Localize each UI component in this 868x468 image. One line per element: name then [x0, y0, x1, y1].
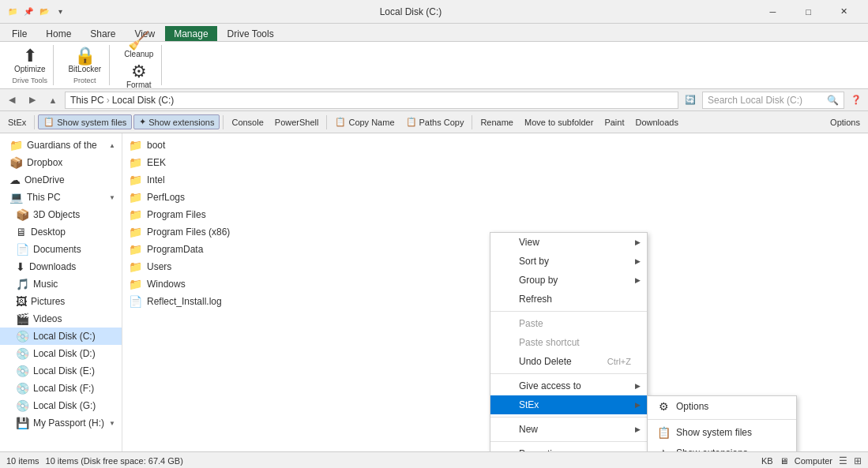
program-files-x86-icon: 📁	[129, 226, 142, 238]
ctx-new[interactable]: New	[490, 420, 647, 439]
window-controls: ─ □ ✕	[755, 0, 862, 24]
sidebar-item-3d-objects[interactable]: 📦 3D Objects	[0, 206, 122, 223]
ribbon-btn-bitlocker[interactable]: 🔒 BitLocker	[65, 46, 104, 75]
ribbon-btn-cleanup[interactable]: 🧹 Cleanup	[121, 31, 156, 60]
sep-3	[326, 115, 327, 129]
file-item-program-files[interactable]: 📁 Program Files	[122, 206, 868, 223]
crumb-this-pc[interactable]: This PC	[70, 95, 104, 106]
program-files-name: Program Files	[147, 209, 206, 220]
ctx-give-access[interactable]: Give access to	[490, 376, 647, 395]
ribbon-btn-optimize[interactable]: ⬆ Optimize	[11, 46, 48, 75]
quick-access-icon-3[interactable]: 📂	[38, 6, 51, 18]
file-item-eek[interactable]: 📁 EEK	[122, 154, 868, 171]
sidebar-item-local-d[interactable]: 💿 Local Disk (D:)	[0, 345, 122, 362]
toolbar-rename[interactable]: Rename	[475, 116, 518, 129]
toolbar-show-system-files[interactable]: 📋 Show system files	[38, 114, 132, 129]
my-passport-icon: 💾	[16, 417, 29, 429]
dropbox-icon: 📦	[9, 156, 23, 169]
sidebar-item-onedrive[interactable]: ☁ OneDrive	[0, 171, 122, 189]
quick-access-icon-1[interactable]: 📁	[6, 6, 19, 18]
toolbar-downloads[interactable]: Downloads	[630, 116, 682, 129]
desktop-icon: 🖥	[16, 226, 27, 238]
ctx-sep-4	[490, 441, 647, 442]
maximize-button[interactable]: □	[791, 0, 826, 24]
sidebar-item-local-e[interactable]: 💿 Local Disk (E:)	[0, 362, 122, 380]
sub-ctx-options[interactable]: ⚙ Options	[648, 396, 796, 417]
address-path[interactable]: This PC › Local Disk (C:)	[65, 92, 678, 109]
sidebar-item-pictures[interactable]: 🖼 Pictures	[0, 293, 122, 310]
file-item-boot[interactable]: 📁 boot	[122, 137, 868, 154]
ctx-refresh-label: Refresh	[519, 294, 552, 305]
sidebar-item-this-pc[interactable]: 💻 This PC ▼	[0, 189, 122, 206]
toolbar-options[interactable]: Options	[825, 116, 865, 129]
ctx-view-label: View	[519, 237, 539, 248]
sidebar-item-desktop[interactable]: 🖥 Desktop	[0, 223, 122, 241]
sidebar-item-local-g[interactable]: 💿 Local Disk (G:)	[0, 397, 122, 414]
3d-icon: 📦	[16, 208, 29, 221]
file-item-intel[interactable]: 📁 Intel	[122, 171, 868, 189]
ribbon-group-tools: ⬆ Optimize Drive Tools	[6, 45, 54, 85]
tab-share[interactable]: Share	[81, 26, 124, 41]
quick-access-icon-2[interactable]: 📌	[22, 6, 35, 18]
sidebar-item-dropbox[interactable]: 📦 Dropbox	[0, 154, 122, 171]
ribbon-btn-format[interactable]: ⚙ Format	[123, 62, 155, 91]
status-disk-info: 10 items (Disk free space: 67.4 GB)	[46, 456, 183, 466]
minimize-button[interactable]: ─	[755, 0, 791, 24]
quick-access-dropdown[interactable]: ▾	[54, 6, 66, 18]
sidebar-item-music[interactable]: 🎵 Music	[0, 275, 122, 293]
toolbar-show-extensions[interactable]: ✦ Show extensions	[133, 114, 220, 129]
crumb-local-disk[interactable]: Local Disk (C:)	[112, 95, 175, 106]
close-button[interactable]: ✕	[826, 0, 862, 24]
this-pc-label: This PC	[27, 192, 61, 203]
ctx-sort-label: Sort by	[519, 256, 549, 267]
ctx-sort-by[interactable]: Sort by	[490, 252, 647, 271]
sidebar-item-videos[interactable]: 🎬 Videos	[0, 310, 122, 328]
sidebar-item-local-f[interactable]: 💿 Local Disk (F:)	[0, 380, 122, 397]
sidebar-item-my-passport[interactable]: 💾 My Passport (H:) ▼	[0, 414, 122, 432]
sidebar-item-guardians[interactable]: 📁 Guardians of the ▲	[0, 137, 122, 154]
ctx-stex[interactable]: StEx ⚙ Options 📋 Show system files ✦ Sho…	[490, 395, 647, 414]
local-g-icon: 💿	[16, 399, 29, 412]
ctx-group-by[interactable]: Group by	[490, 271, 647, 290]
toolbar-stex[interactable]: StEx	[3, 116, 31, 129]
toolbar-paint[interactable]: Paint	[599, 116, 629, 129]
sub-ctx-show-system[interactable]: 📋 Show system files	[648, 422, 796, 443]
help-button[interactable]: ❓	[847, 92, 865, 109]
sidebar-item-local-c[interactable]: 💿 Local Disk (C:)	[0, 328, 122, 345]
file-item-perflogs[interactable]: 📁 PerfLogs	[122, 189, 868, 206]
tab-manage[interactable]: Manage	[165, 26, 216, 41]
forward-button[interactable]: ▶	[24, 92, 41, 109]
toolbar-copy-name[interactable]: 📋 Copy Name	[330, 115, 399, 129]
search-placeholder: Search Local Disk (C:)	[708, 95, 802, 106]
status-bar: 10 items 10 items (Disk free space: 67.4…	[0, 451, 868, 468]
ctx-refresh[interactable]: Refresh	[490, 290, 647, 309]
ctx-paste[interactable]: Paste	[490, 314, 647, 333]
ctx-undo-label: Undo Delete	[519, 356, 572, 367]
toolbar-move-to-subfolder[interactable]: Move to subfolder	[520, 116, 598, 129]
videos-label: Videos	[33, 313, 62, 324]
pictures-icon: 🖼	[16, 295, 27, 308]
sidebar-item-downloads[interactable]: ⬇ Downloads	[0, 258, 122, 275]
ctx-view[interactable]: View	[490, 233, 647, 252]
address-refresh-button[interactable]: 🔄	[682, 92, 699, 109]
view-tiles-icon[interactable]: ⊞	[854, 455, 862, 466]
sub-ctx-show-system-icon: 📋	[657, 426, 670, 439]
ribbon-btn-bitlocker-label: BitLocker	[68, 65, 101, 73]
sub-ctx-show-extensions[interactable]: ✦ Show extensions	[648, 443, 796, 451]
tab-file[interactable]: File	[3, 26, 36, 41]
search-box[interactable]: Search Local Disk (C:) 🔍	[702, 92, 844, 109]
dropbox-label: Dropbox	[27, 157, 62, 168]
tab-home[interactable]: Home	[37, 26, 80, 41]
toolbar-console[interactable]: Console	[227, 116, 268, 129]
toolbar-powershell[interactable]: PowerShell	[270, 116, 324, 129]
sidebar-item-documents[interactable]: 📄 Documents	[0, 241, 122, 258]
view-details-icon[interactable]: ☰	[839, 455, 847, 466]
ctx-undo-delete[interactable]: Undo Delete Ctrl+Z	[490, 352, 647, 371]
toolbar-strip: StEx 📋 Show system files ✦ Show extensio…	[0, 111, 868, 133]
ctx-properties[interactable]: Properties	[490, 444, 647, 451]
up-button[interactable]: ▲	[44, 92, 62, 109]
ctx-paste-shortcut[interactable]: Paste shortcut	[490, 333, 647, 352]
back-button[interactable]: ◀	[3, 92, 21, 109]
toolbar-copy-paths[interactable]: 📋 Paths Copy	[401, 115, 469, 129]
tab-drive-tools[interactable]: Drive Tools	[219, 26, 283, 41]
